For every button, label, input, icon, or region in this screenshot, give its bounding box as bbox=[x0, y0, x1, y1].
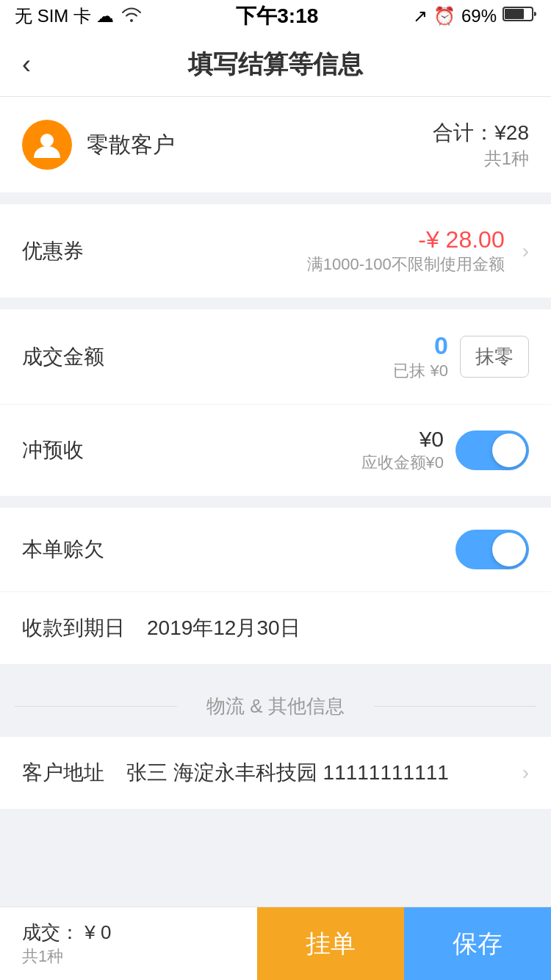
bottom-deal-label: 成交： bbox=[22, 921, 79, 943]
coupon-sub: 满1000-100不限制使用金额 bbox=[307, 253, 505, 275]
page-title: 填写结算等信息 bbox=[188, 48, 363, 82]
status-right: ↗ ⏰ 69% bbox=[413, 6, 536, 26]
address-value: 张三 海淀永丰科技园 11111111111 bbox=[126, 759, 516, 787]
debit-toggle[interactable] bbox=[455, 530, 529, 569]
status-time: 下午3:18 bbox=[236, 2, 318, 30]
address-chevron-icon: › bbox=[522, 761, 529, 785]
status-left: 无 SIM 卡 ☁ bbox=[15, 4, 142, 28]
status-bar: 无 SIM 卡 ☁ 下午3:18 ↗ ⏰ 69% bbox=[0, 0, 551, 32]
alarm-icon: ⏰ bbox=[433, 6, 455, 26]
svg-rect-1 bbox=[505, 9, 524, 19]
svg-point-2 bbox=[40, 134, 54, 147]
debit-right bbox=[455, 530, 529, 569]
coupon-row[interactable]: 优惠券 -¥ 28.00 满1000-100不限制使用金额 › bbox=[0, 204, 551, 298]
prepayment-right: ¥0 应收金额¥0 bbox=[361, 427, 529, 474]
due-date-row: 收款到期日 2019年12月30日 bbox=[0, 592, 551, 664]
bottom-deal-row: 成交： ¥ 0 bbox=[22, 920, 235, 945]
customer-left: 零散客户 bbox=[22, 120, 175, 170]
wifi-icon bbox=[121, 6, 142, 26]
transaction-card: 成交金额 已抹 ¥0 抹零 冲预收 ¥0 应收金额¥0 bbox=[0, 309, 551, 496]
bottom-summary: 成交： ¥ 0 共1种 bbox=[0, 920, 257, 968]
customer-summary: 合计：¥28 共1种 bbox=[433, 119, 529, 170]
prepayment-sub: 应收金额¥0 bbox=[361, 452, 444, 474]
hang-button[interactable]: 挂单 bbox=[257, 907, 404, 981]
transaction-sub: 已抹 ¥0 bbox=[375, 360, 448, 382]
due-date-value[interactable]: 2019年12月30日 bbox=[147, 614, 300, 642]
bottom-bar: 成交： ¥ 0 共1种 挂单 保存 bbox=[0, 907, 551, 980]
transaction-label: 成交金额 bbox=[22, 343, 104, 371]
customer-row: 零散客户 合计：¥28 共1种 bbox=[0, 97, 551, 192]
transaction-right: 已抹 ¥0 抹零 bbox=[375, 331, 529, 382]
coupon-right: -¥ 28.00 满1000-100不限制使用金额 › bbox=[307, 226, 529, 275]
save-button[interactable]: 保存 bbox=[404, 907, 551, 981]
prepayment-toggle-slider bbox=[455, 430, 529, 470]
bottom-count: 共1种 bbox=[22, 945, 235, 968]
customer-name: 零散客户 bbox=[87, 130, 175, 160]
round-zero-button[interactable]: 抹零 bbox=[460, 336, 529, 378]
prepayment-row: 冲预收 ¥0 应收金额¥0 bbox=[0, 405, 551, 496]
customer-card: 零散客户 合计：¥28 共1种 bbox=[0, 97, 551, 192]
due-date-label: 收款到期日 bbox=[22, 614, 125, 642]
bottom-deal-amount: ¥ 0 bbox=[84, 921, 111, 943]
no-sim-label: 无 SIM 卡 ☁ bbox=[15, 4, 114, 28]
battery-label: 69% bbox=[461, 6, 497, 26]
address-card: 客户地址 张三 海淀永丰科技园 11111111111 › bbox=[0, 737, 551, 809]
debit-card: 本单赊欠 收款到期日 2019年12月30日 bbox=[0, 508, 551, 664]
total-count: 共1种 bbox=[433, 147, 529, 170]
address-label: 客户地址 bbox=[22, 759, 104, 787]
address-row[interactable]: 客户地址 张三 海淀永丰科技园 11111111111 › bbox=[0, 737, 551, 809]
back-button[interactable]: ‹ bbox=[22, 49, 31, 80]
battery-icon bbox=[503, 6, 536, 26]
debit-toggle-slider bbox=[455, 530, 529, 569]
transaction-row: 成交金额 已抹 ¥0 抹零 bbox=[0, 309, 551, 405]
location-icon: ↗ bbox=[413, 6, 428, 26]
prepayment-toggle[interactable] bbox=[455, 430, 529, 470]
nav-bar: ‹ 填写结算等信息 bbox=[0, 32, 551, 97]
coupon-card: 优惠券 -¥ 28.00 满1000-100不限制使用金额 › bbox=[0, 204, 551, 298]
coupon-discount: -¥ 28.00 bbox=[307, 226, 505, 253]
debit-row: 本单赊欠 bbox=[0, 508, 551, 592]
logistics-section-label: 物流 & 其他信息 bbox=[0, 676, 551, 737]
prepayment-value: ¥0 bbox=[361, 427, 444, 452]
total-amount: 合计：¥28 bbox=[433, 119, 529, 147]
prepayment-label: 冲预收 bbox=[22, 436, 84, 464]
customer-avatar bbox=[22, 120, 72, 170]
debit-label: 本单赊欠 bbox=[22, 536, 104, 563]
transaction-amount-input[interactable] bbox=[375, 331, 448, 360]
coupon-chevron-icon: › bbox=[522, 239, 529, 263]
coupon-label: 优惠券 bbox=[22, 237, 84, 265]
